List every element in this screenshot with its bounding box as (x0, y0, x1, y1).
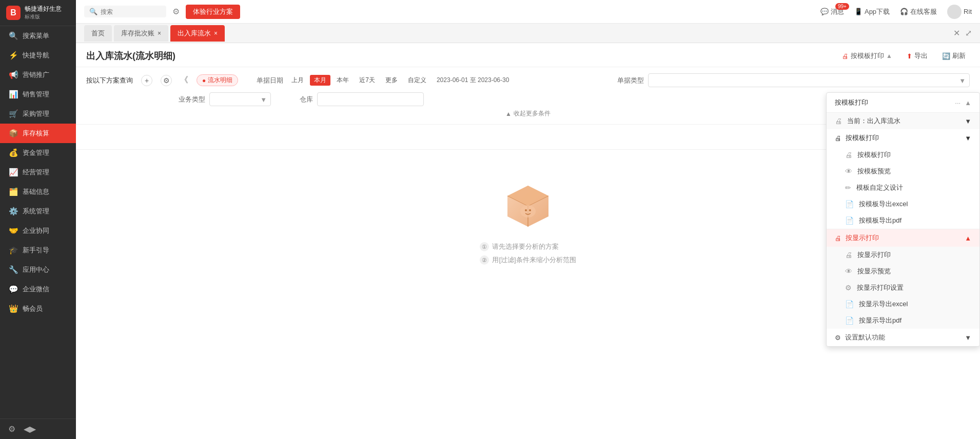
search-input[interactable] (101, 8, 152, 15)
tip-text-1: 请先选择要分析的方案 (492, 242, 559, 251)
template-custom-item-label: 模板自定义设计 (856, 183, 903, 192)
template-export-excel-item[interactable]: 📄 按模板导出excel (827, 196, 979, 212)
display-print-settings-item[interactable]: ⚙ 按显示打印设置 (827, 280, 979, 296)
topbar-search-box[interactable]: 🔍 (84, 6, 166, 17)
tip-num-1: ① (480, 242, 489, 251)
edit-icon: ✏ (845, 184, 851, 192)
wrench-icon: 🔧 (8, 265, 18, 274)
export-button[interactable]: ⬆ 导出 (903, 49, 932, 63)
template-print-item[interactable]: 🖨 按模板打印 (827, 147, 979, 163)
tab-close-batch-account[interactable]: × (158, 30, 161, 37)
sidebar-item-label: 营销推广 (23, 70, 68, 79)
user-avatar-area[interactable]: Rit (947, 5, 972, 19)
handshake-icon: 🤝 (8, 226, 18, 235)
tab-close-flow[interactable]: × (214, 30, 218, 37)
more-icon[interactable]: ··· (955, 99, 961, 107)
sidebar-item-operation[interactable]: 📈 经营管理 (0, 163, 76, 182)
date-range-display: 2023-06-01 至 2023-06-30 (437, 76, 509, 85)
template-preview-item[interactable]: 👁 按模板预览 (827, 163, 979, 179)
tab-batch-account[interactable]: 库存批次账 × (114, 25, 168, 42)
display-print-item[interactable]: 🖨 按显示打印 (827, 247, 979, 263)
filter-add-button[interactable]: + (141, 75, 152, 86)
sidebar-item-system[interactable]: ⚙️ 系统管理 (0, 202, 76, 221)
display-export-excel-item[interactable]: 📄 按显示导出excel (827, 296, 979, 312)
sidebar-item-quick-nav[interactable]: ⚡ 快捷导航 (0, 46, 76, 65)
maximize-window-icon[interactable]: ⤢ (965, 28, 972, 38)
date-tab-this-year[interactable]: 本年 (332, 75, 353, 86)
display-export-pdf-item[interactable]: 📄 按显示导出pdf (827, 312, 979, 329)
online-service-button[interactable]: 🎧 在线客服 (900, 7, 937, 16)
sidebar-item-label: 资金管理 (23, 148, 68, 157)
sidebar-item-member[interactable]: 👑 畅会员 (0, 299, 76, 318)
filter-settings-button[interactable]: ⚙ (161, 75, 172, 86)
display-preview-item[interactable]: 👁 按显示预览 (827, 263, 979, 280)
bill-type-select[interactable]: ▼ (648, 73, 970, 87)
business-type-select[interactable]: ▼ (209, 92, 271, 106)
export-label: 导出 (914, 51, 928, 61)
date-filter-field: 单据日期 上月 本月 本年 近7天 更多 自定义 2023-06-01 至 20… (257, 75, 609, 86)
filter-label: 按以下方案查询 (86, 76, 133, 85)
cart-icon: 🛒 (8, 109, 18, 118)
sidebar-item-label: 库存核算 (23, 129, 68, 138)
sidebar-item-purchase[interactable]: 🛒 采购管理 (0, 104, 76, 124)
sidebar-item-finance[interactable]: 💰 资金管理 (0, 143, 76, 163)
filter-tag-active[interactable]: ● 流水明细 (197, 74, 238, 86)
sidebar-item-base[interactable]: 🗂️ 基础信息 (0, 182, 76, 202)
display-pdf-icon: 📄 (845, 316, 854, 325)
business-type-dropdown[interactable] (209, 92, 271, 106)
lightning-icon: ⚡ (8, 51, 18, 60)
settings-bottom-icon[interactable]: ⚙ (8, 424, 15, 434)
bill-type-dropdown[interactable] (648, 73, 970, 87)
sidebar-item-guide[interactable]: 🎓 新手引导 (0, 241, 76, 260)
page-content: 出入库流水(流水明细) 🖨 按模板打印 ▲ ⬆ 导出 🔄 刷新 (76, 43, 980, 439)
dropdown-header: 按模板打印 ··· ▲ (827, 93, 979, 113)
gear-icon[interactable]: ⚙ (172, 7, 180, 16)
display-print-header[interactable]: 🖨 按显示打印 ▲ (827, 229, 979, 247)
warehouse-input[interactable] (317, 92, 424, 106)
date-tab-last-month[interactable]: 上月 (287, 75, 308, 86)
print-template-button[interactable]: 🖨 按模板打印 ▲ (838, 49, 896, 63)
date-tab-7-days[interactable]: 近7天 (355, 75, 379, 86)
template-export-pdf-label: 按模板导出pdf (859, 216, 901, 225)
page-title: 出入库流水(流水明细) (86, 50, 175, 62)
headset-icon: 🎧 (900, 8, 908, 15)
refresh-button[interactable]: 🔄 刷新 (938, 49, 970, 63)
empty-tips: ① 请先选择要分析的方案 ② 用[过滤]条件来缩小分析范围 (480, 242, 576, 269)
sidebar-item-enterprise-wechat[interactable]: 💬 企业微信 (0, 280, 76, 299)
template-export-pdf-item[interactable]: 📄 按模板导出pdf (827, 212, 979, 229)
sidebar-item-enterprise[interactable]: 🤝 企业协同 (0, 221, 76, 241)
tab-home[interactable]: 首页 (84, 25, 112, 42)
tip-text-2: 用[过滤]条件来缩小分析范围 (492, 255, 576, 265)
promo-button[interactable]: 体验行业方案 (186, 5, 240, 19)
collapse-sidebar-icon[interactable]: ◀▶ (24, 424, 36, 434)
set-default-item[interactable]: ⚙ 设置默认功能 ▼ (827, 329, 979, 346)
display-preview-icon: 👁 (845, 267, 852, 275)
date-tab-more[interactable]: 更多 (381, 75, 402, 86)
sidebar-item-inventory[interactable]: 📦 库存核算 (0, 124, 76, 143)
template-preview-item-label: 按模板预览 (857, 167, 891, 176)
close-window-icon[interactable]: ✕ (953, 28, 960, 38)
date-tab-custom[interactable]: 自定义 (404, 75, 430, 86)
sidebar-item-search[interactable]: 🔍 搜索菜单 (0, 26, 76, 46)
window-controls: ✕ ⤢ (953, 28, 972, 38)
panel-header-icons: ··· ▲ (955, 99, 971, 107)
tab-flow[interactable]: 出入库流水 × (170, 25, 225, 42)
template-print-header[interactable]: 🖨 按模板打印 ▼ (827, 129, 979, 147)
excel-icon: 📄 (845, 200, 854, 208)
filter-row-top: 按以下方案查询 + ⚙ 《 ● 流水明细 单据日期 上月 本月 本年 近7天 (86, 73, 970, 87)
chevron-down-icon-3: ▼ (965, 117, 971, 125)
sidebar-item-sales[interactable]: 📊 销售管理 (0, 85, 76, 104)
bill-type-label: 单据类型 (617, 76, 644, 85)
sidebar-item-app-center[interactable]: 🔧 应用中心 (0, 260, 76, 280)
filter-collapse-button[interactable]: 《 (180, 75, 188, 86)
app-download-button[interactable]: 📱 App下载 (854, 7, 890, 16)
message-button[interactable]: 💬 消息 99+ (820, 7, 844, 16)
template-custom-item[interactable]: ✏ 模板自定义设计 (827, 179, 979, 196)
date-tab-this-month[interactable]: 本月 (310, 75, 330, 86)
current-template-item[interactable]: 🖨 当前：出入库流水 ▼ (827, 113, 979, 129)
chevron-up-icon-3[interactable]: ▲ (965, 99, 971, 107)
phone-icon: 📱 (854, 8, 863, 15)
collapse-more-button[interactable]: ▲ 收起更多条件 (505, 109, 551, 118)
sidebar-item-marketing[interactable]: 📢 营销推广 (0, 65, 76, 85)
search-icon: 🔍 (89, 8, 97, 15)
